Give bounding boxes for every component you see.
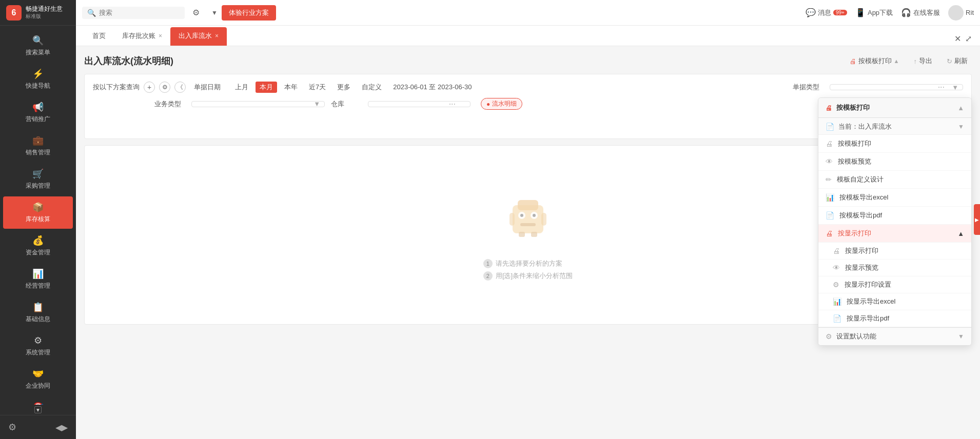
print-dropdown-panel: 🖨 按模板打印 ▲ 📄 当前：出入库流水 ▼ 🖨 按模板打印 👁 按模板预览 (818, 97, 972, 346)
warehouse-more-icon[interactable]: ··· (449, 99, 456, 109)
sidebar-item-enterprise[interactable]: 🤝 企业协同 (3, 363, 73, 395)
tab-home[interactable]: 首页 (84, 27, 114, 46)
sidebar-item-search[interactable]: 🔍 搜索菜单 (3, 30, 73, 62)
tab-in-out-flow-close-icon[interactable]: × (215, 32, 219, 39)
tab-batch-account[interactable]: 库存批次账 × (114, 27, 170, 46)
biz-type-select[interactable]: ▼ (191, 101, 325, 107)
tab-maximize-icon[interactable]: ⤢ (965, 34, 972, 44)
sidebar-item-marketing[interactable]: 📢 营销推广 (3, 96, 73, 129)
date-opt-last-month[interactable]: 上月 (231, 82, 252, 93)
dropdown-display-print-section[interactable]: 🖨 按显示打印 ▲ (818, 225, 971, 243)
right-edge-toggle[interactable]: ▶ (974, 204, 980, 235)
operations-icon: 📊 (32, 268, 44, 280)
display-print-icon: 🖨 (833, 247, 840, 255)
tab-in-out-flow[interactable]: 出入库流水 × (170, 27, 227, 46)
doc-print-icon: 🖨 (826, 139, 833, 148)
pdf-icon: 📄 (826, 211, 834, 220)
dropdown-display-preview-label: 按显示预览 (845, 263, 878, 272)
sidebar-item-system[interactable]: ⚙ 系统管理 (3, 330, 73, 362)
dropdown-display-settings-label: 按显示打印设置 (845, 280, 891, 289)
sidebar-item-operations[interactable]: 📊 经营管理 (3, 263, 73, 295)
search-input[interactable] (99, 9, 171, 16)
current-template-chevron-icon: ▼ (958, 123, 964, 130)
display-print-section-icon: 🖨 (826, 229, 833, 237)
sidebar-scroll-down-arrow[interactable]: ▼ (34, 406, 42, 413)
user-avatar-item[interactable]: Rit (948, 5, 974, 21)
sidebar-item-purchase[interactable]: 🛒 采购管理 (3, 163, 73, 195)
empty-state: 1 请先选择要分析的方案 2 用[选]条件来缩小分析范围 (483, 159, 573, 311)
dropdown-display-preview[interactable]: 👁 按显示预览 (818, 260, 971, 276)
dropdown-display-print[interactable]: 🖨 按显示打印 (818, 243, 971, 260)
tab-in-out-flow-label: 出入库流水 (179, 31, 212, 41)
finance-icon: 💰 (32, 235, 44, 246)
chevron-down-icon[interactable]: ▼ (207, 6, 222, 20)
basic-info-icon: 📋 (32, 302, 44, 313)
tabs-bar: 首页 库存批次账 × 出入库流水 × ✕ ⤢ (76, 26, 980, 46)
refresh-label: 刷新 (954, 56, 968, 66)
filter-add-button[interactable]: + (144, 82, 155, 93)
date-opt-this-year[interactable]: 本年 (280, 82, 302, 93)
main-content: 🔍 ⚙ ▼ 体验行业方案 💬 消息 99+ 📱 App下载 🎧 在线客服 (76, 0, 980, 439)
sidebar-collapse-icon[interactable]: ◀▶ (55, 423, 68, 432)
printer-header-icon: 🖨 (826, 104, 832, 112)
topbar-search-box[interactable]: 🔍 (82, 7, 185, 19)
sidebar-bottom: ⚙ ◀▶ (0, 415, 76, 439)
sidebar-nav: 🔍 搜索菜单 ⚡ 快捷导航 📢 营销推广 💼 销售管理 🛒 采购管理 📦 库存核… (0, 26, 76, 405)
sidebar-item-sales[interactable]: 💼 销售管理 (3, 130, 73, 162)
dropdown-template-export-excel[interactable]: 📊 按模板导出excel (818, 189, 971, 207)
refresh-button[interactable]: ↻ 刷新 (943, 54, 972, 68)
sidebar-item-finance[interactable]: 💰 资金管理 (3, 230, 73, 262)
print-template-button[interactable]: 🖨 按模板打印 ▲ (846, 54, 904, 68)
filter-collapse-button[interactable]: 《 (174, 82, 186, 93)
export-label: 导出 (919, 56, 932, 66)
empty-hint-2: 2 用[选]条件来缩小分析范围 (483, 271, 573, 281)
tab-batch-account-close-icon[interactable]: × (159, 32, 162, 39)
sidebar-item-guide[interactable]: 🎯 新手引导 (3, 396, 73, 405)
message-label: 消息 (818, 8, 831, 17)
export-button[interactable]: ↑ 导出 (910, 54, 937, 68)
dropdown-chevron-up-icon[interactable]: ▲ (957, 104, 964, 112)
dropdown-template-customize[interactable]: ✏ 模板自定义设计 (818, 171, 971, 189)
date-opt-more[interactable]: 更多 (333, 82, 355, 93)
tab-close-all-icon[interactable]: ✕ (954, 34, 961, 44)
online-service-label: 在线客服 (913, 8, 940, 17)
date-range-display: 2023-06-01 至 2023-06-30 (393, 83, 472, 92)
current-template-label: 当前：出入库流水 (838, 122, 892, 131)
date-opt-this-month[interactable]: 本月 (256, 82, 277, 93)
app-logo: 6 畅捷通好生意 标准版 (0, 0, 76, 26)
settings-gear-icon[interactable]: ⚙ (189, 6, 203, 20)
doc-type-filter-label: 单据类型 (793, 83, 824, 92)
dropdown-display-export-excel[interactable]: 📊 按显示导出excel (818, 293, 971, 310)
trial-industry-button[interactable]: 体验行业方案 (222, 5, 276, 21)
dropdown-header: 🖨 按模板打印 ▲ (818, 98, 971, 118)
filter-tag-chip: ● 流水明细 (481, 98, 522, 110)
app-download-item[interactable]: 📱 App下载 (855, 8, 893, 17)
date-opt-last-7[interactable]: 近7天 (305, 82, 330, 93)
dropdown-template-print[interactable]: 🖨 按模板打印 (818, 135, 971, 153)
dropdown-display-pdf-label: 按显示导出pdf (847, 314, 889, 323)
enterprise-icon: 🤝 (32, 368, 44, 380)
dropdown-footer[interactable]: ⚙ 设置默认功能 ▼ (818, 327, 971, 345)
current-template-item[interactable]: 📄 当前：出入库流水 ▼ (818, 118, 971, 135)
dropdown-display-print-settings[interactable]: ⚙ 按显示打印设置 (818, 276, 971, 293)
sidebar-settings-icon[interactable]: ⚙ (8, 422, 16, 433)
dropdown-template-export-pdf[interactable]: 📄 按模板导出pdf (818, 207, 971, 225)
date-opt-custom[interactable]: 自定义 (358, 82, 386, 93)
topbar: 🔍 ⚙ ▼ 体验行业方案 💬 消息 99+ 📱 App下载 🎧 在线客服 (76, 0, 980, 26)
app-download-label: App下载 (868, 8, 893, 17)
doc-type-more-icon[interactable]: ··· (938, 83, 945, 92)
sidebar-item-quick-nav[interactable]: ⚡ 快捷导航 (3, 63, 73, 95)
dropdown-title: 按模板打印 (836, 103, 870, 112)
warehouse-select[interactable]: ··· (368, 101, 471, 107)
filter-settings-button[interactable]: ⚙ (159, 82, 170, 93)
message-item[interactable]: 💬 消息 99+ (806, 8, 847, 17)
page-title-bar: 出入库流水(流水明细) 🖨 按模板打印 ▲ ↑ 导出 ↻ 刷新 (84, 54, 972, 68)
sidebar-item-basic-info[interactable]: 📋 基础信息 (3, 296, 73, 329)
doc-customize-icon: ✏ (826, 175, 832, 184)
doc-type-field: ▼ ··· (830, 84, 963, 90)
sidebar-item-inventory[interactable]: 📦 库存核算 (3, 196, 73, 229)
svg-rect-6 (520, 223, 536, 226)
online-service-item[interactable]: 🎧 在线客服 (901, 8, 940, 17)
dropdown-template-preview[interactable]: 👁 按模板预览 (818, 153, 971, 171)
dropdown-display-export-pdf[interactable]: 📄 按显示导出pdf (818, 310, 971, 327)
